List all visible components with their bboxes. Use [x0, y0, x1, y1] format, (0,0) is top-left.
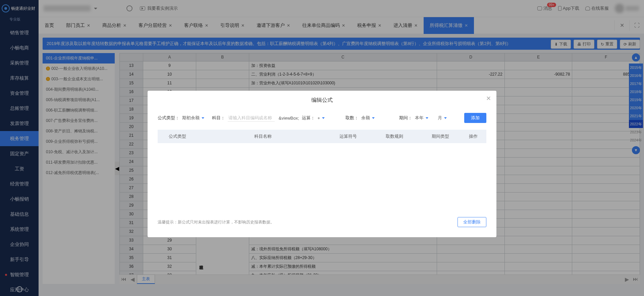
modal-title: 编辑公式 ✕ [148, 91, 496, 110]
fetch-select[interactable]: 余额 [361, 115, 391, 121]
chevron-down-icon [202, 117, 204, 119]
modal-close-button[interactable]: ✕ [486, 95, 491, 102]
col-header: 科目名称 [197, 130, 329, 143]
modal-tip: 温馨提示：新公式只对未出报表进行计算，不影响历史报表数据。 [158, 219, 274, 225]
chevron-down-icon [322, 117, 325, 119]
clear-all-button[interactable]: 全部删除 [458, 217, 486, 227]
period-year-select[interactable]: 本年 [415, 115, 435, 121]
chevron-down-icon [426, 117, 428, 119]
type-select[interactable]: 期初余额 [182, 115, 204, 121]
chevron-down-icon [372, 117, 375, 119]
op-select[interactable]: + [318, 116, 338, 121]
subject-label: 科目： [212, 115, 225, 121]
type-label: 公式类型： [158, 115, 179, 121]
formula-form: 公式类型： 期初余额 科目： &viewBox; 运算： + 取数： 余额 期间… [148, 110, 496, 126]
col-header: 取数规则 [368, 130, 421, 143]
col-header: 期间类型 [421, 130, 460, 143]
chevron-down-icon [444, 117, 447, 119]
add-button[interactable]: 添加 [464, 113, 486, 123]
op-label: 运算： [302, 115, 315, 121]
formula-table: 公式类型科目名称运算符号取数规则期间类型操作 [158, 130, 486, 210]
period-month-select[interactable]: 月 [438, 115, 458, 121]
fetch-label: 取数： [345, 115, 359, 121]
col-header: 操作 [460, 130, 486, 143]
col-header: 公式类型 [158, 130, 197, 143]
period-label: 期间： [399, 115, 412, 121]
subject-input[interactable] [228, 114, 275, 122]
formula-modal: 编辑公式 ✕ 公式类型： 期初余额 科目： &viewBox; 运算： + 取数… [148, 91, 496, 237]
col-header: 运算符号 [329, 130, 368, 143]
